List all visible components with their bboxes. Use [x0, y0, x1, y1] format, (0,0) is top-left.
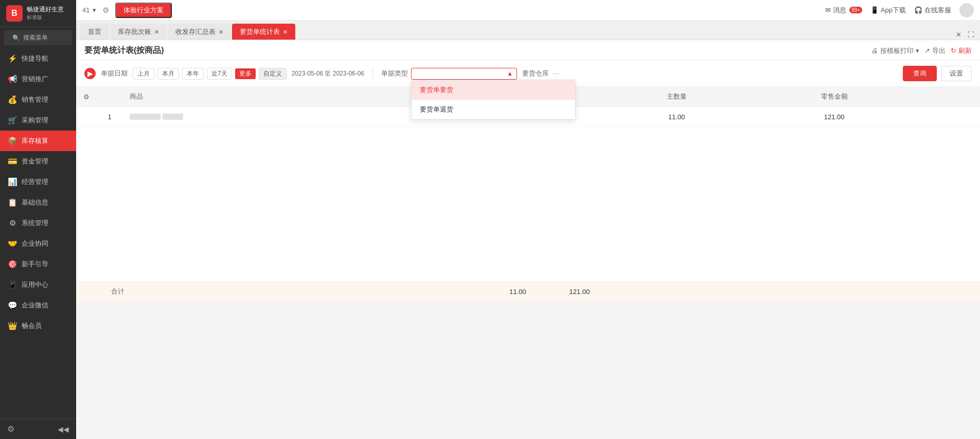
col-amount: 零售金额 — [749, 87, 920, 107]
tab-close-all-icon[interactable]: ✕ — [953, 29, 964, 40]
dropdown-option-order-single[interactable]: 要货单要货 — [412, 80, 575, 100]
search-label: 搜索菜单 — [23, 33, 48, 42]
store-selector[interactable]: 41 ▾ — [82, 6, 96, 14]
print-chevron-icon: ▾ — [916, 47, 919, 54]
promo-button[interactable]: 体验行业方案 — [115, 3, 172, 18]
online-service-button[interactable]: 🎧 在线客服 — [914, 6, 951, 15]
app-download-button[interactable]: 📱 App下载 — [870, 6, 906, 15]
warehouse-more-icon[interactable]: ··· — [552, 69, 559, 78]
avatar[interactable] — [959, 3, 974, 17]
enterprise-icon: 🤝 — [7, 239, 17, 249]
cell-quantity: 11.00 — [605, 107, 749, 127]
sidebar-item-wechat[interactable]: 💬 企业微信 — [0, 295, 76, 316]
tab-expand-icon[interactable]: ⛶ — [966, 29, 976, 40]
footer-total-label: 合计 — [111, 287, 124, 296]
refresh-label: 刷新 — [958, 46, 972, 56]
sidebar-item-purchase[interactable]: 🛒 采购管理 — [0, 110, 76, 131]
query-button[interactable]: 查询 — [903, 66, 937, 81]
sidebar-item-app-center[interactable]: 📱 应用中心 — [0, 275, 76, 295]
this-month-button[interactable]: 本月 — [157, 68, 179, 80]
sidebar-item-finance[interactable]: 💳 资金管理 — [0, 151, 76, 172]
col-row-num — [97, 87, 122, 107]
tab-close-icon[interactable]: ✕ — [219, 29, 223, 35]
header-gear-icon[interactable]: ⚙ — [102, 6, 109, 15]
tab-label: 库存批次账 — [118, 27, 151, 36]
system-icon: ⚙ — [7, 218, 17, 228]
filter-expand-button[interactable]: ▶ — [84, 68, 96, 79]
sidebar-item-newbie[interactable]: 🎯 新手引导 — [0, 254, 76, 275]
store-number: 41 — [82, 6, 90, 14]
finance-icon: 💳 — [7, 156, 17, 167]
date-filter-label: 单据日期 — [101, 69, 128, 78]
sidebar-item-basic-info[interactable]: 📋 基础信息 — [0, 192, 76, 213]
custom-date-button[interactable]: 自定义 — [259, 68, 287, 80]
this-year-button[interactable]: 本年 — [182, 68, 204, 80]
filter-actions: 查询 设置 — [903, 66, 972, 81]
last-7-button[interactable]: 近7天 — [207, 68, 232, 80]
col-settings[interactable]: ⚙ — [76, 87, 97, 107]
collapse-button[interactable]: ◀◀ — [58, 425, 69, 433]
messages-label: 消息 — [833, 6, 846, 15]
print-label: 按模板打印 — [880, 46, 914, 56]
sidebar-item-enterprise[interactable]: 🤝 企业协同 — [0, 233, 76, 254]
sidebar-item-marketing[interactable]: 📢 营销推广 — [0, 69, 76, 89]
export-label: 导出 — [932, 46, 946, 56]
logo-title: 畅捷通好生意 — [27, 6, 64, 14]
sales-icon: 💰 — [7, 95, 17, 105]
sidebar-item-label: 企业微信 — [22, 301, 48, 310]
sidebar-item-label: 系统管理 — [22, 218, 48, 228]
sidebar-bottom: ⚙ ◀◀ — [0, 418, 76, 439]
search-icon: 🔍 — [12, 34, 20, 42]
type-select-wrapper: ▲ 要货单要货 要货单退货 — [411, 68, 517, 80]
sidebar-item-member[interactable]: 👑 畅会员 — [0, 316, 76, 336]
print-icon: 🖨 — [871, 47, 878, 54]
operations-icon: 📊 — [7, 177, 17, 187]
sidebar-item-operations[interactable]: 📊 经营管理 — [0, 172, 76, 192]
type-filter-field: 单据类型 ▲ 要货单要货 要货单退货 — [381, 68, 517, 80]
type-select-input[interactable] — [411, 68, 517, 80]
newbie-icon: 🎯 — [7, 259, 17, 269]
basic-info-icon: 📋 — [7, 197, 17, 208]
filter-bar: ▶ 单据日期 上月 本月 本年 近7天 更多 自定义 2023-05-06 至 … — [76, 61, 980, 87]
cell-amount: 121.00 — [749, 107, 920, 127]
settings-icon[interactable]: ⚙ — [7, 424, 14, 434]
export-icon: ↗ — [924, 47, 930, 54]
tab-close-icon[interactable]: ✕ — [283, 29, 288, 35]
cell-product — [122, 107, 405, 127]
header-right: ✉ 消息 99+ 📱 App下载 🎧 在线客服 — [825, 3, 974, 17]
messages-badge: 99+ — [849, 7, 862, 13]
messages-button[interactable]: ✉ 消息 99+ — [825, 6, 862, 15]
sidebar-item-label: 销售管理 — [22, 95, 48, 104]
tab-receive-summary[interactable]: 收发存汇总表 ✕ — [168, 24, 231, 40]
tab-close-icon[interactable]: ✕ — [154, 29, 159, 35]
col-quantity: 主数量 — [605, 87, 749, 107]
sidebar-item-system[interactable]: ⚙ 系统管理 — [0, 213, 76, 233]
tab-home[interactable]: 首页 — [80, 24, 109, 40]
more-presets-button[interactable]: 更多 — [235, 68, 256, 79]
logo-icon: B — [6, 5, 23, 22]
dropdown-option-order-return[interactable]: 要货单退货 — [412, 100, 575, 119]
refresh-button[interactable]: ↻ 刷新 — [951, 46, 972, 56]
search-menu[interactable]: 🔍 搜索菜单 — [4, 30, 72, 45]
main-area: 41 ▾ ⚙ 体验行业方案 ✉ 消息 99+ 📱 App下载 🎧 在线客服 — [76, 0, 980, 439]
purchase-icon: 🛒 — [7, 115, 17, 125]
tab-inventory-batch[interactable]: 库存批次账 ✕ — [110, 24, 167, 40]
expand-icon: ▶ — [87, 70, 93, 78]
product-placeholder — [130, 114, 398, 120]
date-presets: 上月 本月 本年 近7天 更多 自定义 — [133, 68, 287, 80]
filter-settings-button[interactable]: 设置 — [941, 66, 972, 81]
sidebar-item-label: 采购管理 — [22, 116, 48, 125]
sidebar-item-label: 基础信息 — [22, 198, 48, 207]
warehouse-filter-label: 要货仓库 — [522, 69, 549, 78]
export-button[interactable]: ↗ 导出 — [924, 46, 946, 56]
sidebar-item-inventory[interactable]: 📦 库存核算 — [0, 131, 76, 151]
sidebar-item-quick-nav[interactable]: ⚡ 快捷导航 — [0, 48, 76, 69]
sidebar-item-sales[interactable]: 💰 销售管理 — [0, 89, 76, 110]
tab-label: 收发存汇总表 — [175, 27, 216, 36]
page-content: 要货单统计表(按商品) 🖨 按模板打印 ▾ ↗ 导出 ↻ 刷新 — [76, 40, 980, 301]
sidebar: B 畅捷通好生意 标准版 🔍 搜索菜单 ⚡ 快捷导航 📢 营销推广 💰 销售管理… — [0, 0, 76, 439]
print-button[interactable]: 🖨 按模板打印 ▾ — [871, 46, 919, 56]
prev-month-button[interactable]: 上月 — [133, 68, 154, 80]
tab-order-stats[interactable]: 要货单统计表 ✕ — [232, 24, 295, 40]
footer-amount: 121.00 — [549, 288, 611, 296]
